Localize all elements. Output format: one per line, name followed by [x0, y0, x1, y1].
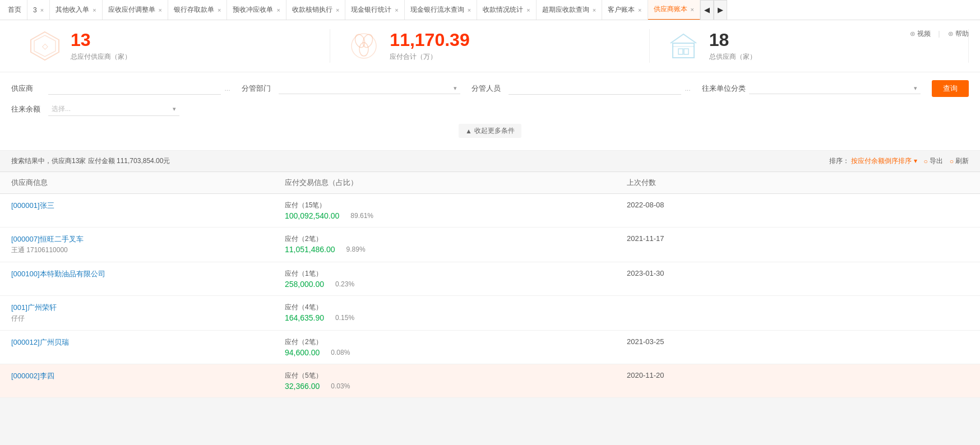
payable-info: 应付（1笔） 258,000.00 0.23%: [285, 269, 627, 289]
refresh-button[interactable]: ○ 刷新: [950, 156, 969, 166]
filter-item-supplier: 供应商 ...: [11, 83, 230, 95]
refresh-icon: ○: [950, 157, 954, 165]
supplier-name-link[interactable]: [000100]本特勤油品有限公司: [11, 270, 105, 278]
nav-tab-home[interactable]: 首页: [2, 0, 27, 20]
result-bar: 搜索结果中，供应商13家 应付金额 111,703,854.00元 排序： 按应…: [0, 151, 980, 172]
supplier-name-link[interactable]: [000012]广州贝瑞: [11, 338, 69, 346]
summary-item-payable-total: 11,170.39 应付合计（万）: [330, 29, 649, 63]
filter-row-1: 供应商 ... 分管部门 ▾ 分管人员 ... 往来单位分类 ▾ 查询: [11, 80, 969, 97]
chevron-down-icon: ▾: [914, 157, 917, 165]
svg-rect-9: [684, 49, 688, 54]
header-last-pay: 上次付数: [627, 178, 832, 188]
last-pay-date: 2020-11-20: [627, 371, 664, 379]
nav-tab-3[interactable]: 3 ×: [27, 0, 50, 20]
last-pay-info: 2021-11-17: [627, 234, 832, 243]
grain-icon: [347, 29, 381, 63]
result-info: 搜索结果中，供应商13家 应付金额 111,703,854.00元: [11, 156, 170, 166]
export-button[interactable]: ○ 导出: [924, 156, 943, 166]
header-supplier: 供应商信息: [11, 178, 285, 188]
chevron-down-icon: ▾: [454, 85, 457, 92]
payable-suppliers-label: 总应付供应商（家）: [71, 52, 131, 62]
search-button[interactable]: 查询: [932, 80, 969, 97]
nav-tab-receive-stat[interactable]: 收款情况统计 ×: [477, 0, 536, 20]
svg-rect-7: [673, 43, 694, 58]
payable-amount-link[interactable]: 258,000.00: [285, 280, 324, 289]
last-pay-date: 2021-03-25: [627, 337, 664, 346]
payable-amount-link[interactable]: 100,092,540.00: [285, 211, 339, 220]
payable-percentage: 0.03%: [331, 382, 350, 390]
payable-total-label: 应付合计（万）: [390, 52, 469, 62]
nav-next-arrow[interactable]: ▶: [714, 0, 727, 20]
close-icon[interactable]: ×: [159, 7, 162, 13]
payable-amount-link[interactable]: 94,600.00: [285, 348, 320, 357]
close-icon[interactable]: ×: [638, 7, 641, 13]
table-row: [001]广州荣轩 仔仔 应付（4笔） 164,635.90 0.15%: [0, 296, 980, 331]
supplier-input[interactable]: [48, 83, 221, 95]
supplier-name-link[interactable]: [000007]恒旺二手叉车: [11, 235, 84, 243]
close-icon[interactable]: ×: [468, 7, 471, 13]
nav-tab-overdue-query[interactable]: 超期应收款查询 ×: [537, 0, 602, 20]
header-payable: 应付交易信息（占比）: [285, 178, 627, 188]
close-icon[interactable]: ×: [218, 7, 221, 13]
sort-value[interactable]: 按应付余额倒序排序: [851, 157, 912, 165]
payable-amount-link[interactable]: 32,366.00: [285, 382, 320, 391]
payable-percentage: 0.15%: [335, 314, 354, 322]
last-pay-date: 2022-08-08: [627, 201, 664, 209]
svg-text:◇: ◇: [42, 41, 48, 50]
nav-tab-customer-account[interactable]: 客户账本 ×: [602, 0, 648, 20]
supplier-name-link[interactable]: [001]广州荣轩: [11, 303, 57, 312]
payable-percentage: 89.61%: [350, 212, 373, 220]
collapse-button[interactable]: ▲ 收起更多条件: [459, 124, 521, 138]
close-icon[interactable]: ×: [336, 7, 339, 13]
filter-item-category: 往来单位分类 ▾: [702, 83, 921, 94]
nav-tab-receive-check[interactable]: 收款核销执行 ×: [286, 0, 345, 20]
nav-tab-supplier-account[interactable]: 供应商账本 ×: [648, 0, 700, 20]
video-link[interactable]: ⊙ 视频: [910, 30, 933, 38]
data-table: 供应商信息 应付交易信息（占比） 上次付数 [000001]张三 应付（15笔）…: [0, 172, 980, 398]
supplier-info: [000100]本特勤油品有限公司: [11, 269, 285, 279]
nav-tab-bank-deposit[interactable]: 银行存取款单 ×: [168, 0, 227, 20]
chevron-down-icon: ▾: [173, 105, 176, 113]
nav-tab-other-income[interactable]: 其他收入单 ×: [50, 0, 102, 20]
payable-percentage: 0.08%: [331, 349, 350, 356]
export-icon: ○: [924, 157, 928, 165]
last-pay-info: 2023-01-30: [627, 269, 832, 277]
nav-prev-arrow[interactable]: ◀: [700, 0, 714, 20]
category-select[interactable]: ▾: [749, 83, 921, 94]
payable-info: 应付（4笔） 164,635.90 0.15%: [285, 303, 627, 322]
dept-select[interactable]: ▾: [279, 83, 461, 94]
supplier-sub: 王通 17106110000: [11, 245, 285, 255]
nav-tab-ar-adjustment[interactable]: 应收应付调整单 ×: [103, 0, 168, 20]
summary-bar: ◇ 13 总应付供应商（家） 11,170.39 应付合计（万）: [0, 20, 980, 72]
payable-label: 应付（2笔）: [285, 337, 627, 347]
nav-tab-cash-bank-stat[interactable]: 现金银行统计 ×: [345, 0, 404, 20]
payable-label: 应付（15笔）: [285, 201, 627, 210]
close-icon[interactable]: ×: [593, 7, 596, 13]
top-navigation: 首页 3 × 其他收入单 × 应收应付调整单 × 银行存取款单 × 预收冲应收单…: [0, 0, 980, 20]
close-icon[interactable]: ×: [40, 7, 44, 13]
close-icon[interactable]: ×: [395, 7, 398, 13]
supplier-info: [000002]李四: [11, 371, 285, 381]
payable-info: 应付（2笔） 94,600.00 0.08%: [285, 337, 627, 357]
payable-amount-link[interactable]: 164,635.90: [285, 313, 324, 322]
help-link[interactable]: ⊙ 帮助: [948, 30, 969, 38]
close-icon[interactable]: ×: [526, 7, 530, 13]
supplier-ellipsis: ...: [224, 85, 230, 92]
payable-percentage: 9.89%: [346, 245, 366, 253]
person-input[interactable]: [509, 83, 681, 95]
supplier-name-link[interactable]: [000001]张三: [11, 201, 54, 210]
summary-item-payable-suppliers: ◇ 13 总应付供应商（家）: [11, 29, 330, 63]
table-row: [000001]张三 应付（15笔） 100,092,540.00 89.61%…: [0, 194, 980, 228]
sort-label: 排序： 按应付余额倒序排序 ▾: [829, 156, 917, 166]
close-icon[interactable]: ×: [691, 6, 694, 13]
nav-tab-prepay-offset[interactable]: 预收冲应收单 ×: [227, 0, 286, 20]
payable-amount-link[interactable]: 11,051,486.00: [285, 245, 335, 254]
close-icon[interactable]: ×: [276, 7, 280, 13]
balance-select[interactable]: 选择... ▾: [48, 103, 179, 116]
nav-tab-cash-bank-flow[interactable]: 现金银行流水查询 ×: [405, 0, 477, 20]
help-icon: ⊙: [948, 30, 954, 38]
last-pay-info: 2022-08-08: [627, 201, 832, 209]
last-pay-info: 2021-03-25: [627, 337, 832, 346]
close-icon[interactable]: ×: [93, 7, 96, 13]
supplier-name-link[interactable]: [000002]李四: [11, 372, 54, 380]
